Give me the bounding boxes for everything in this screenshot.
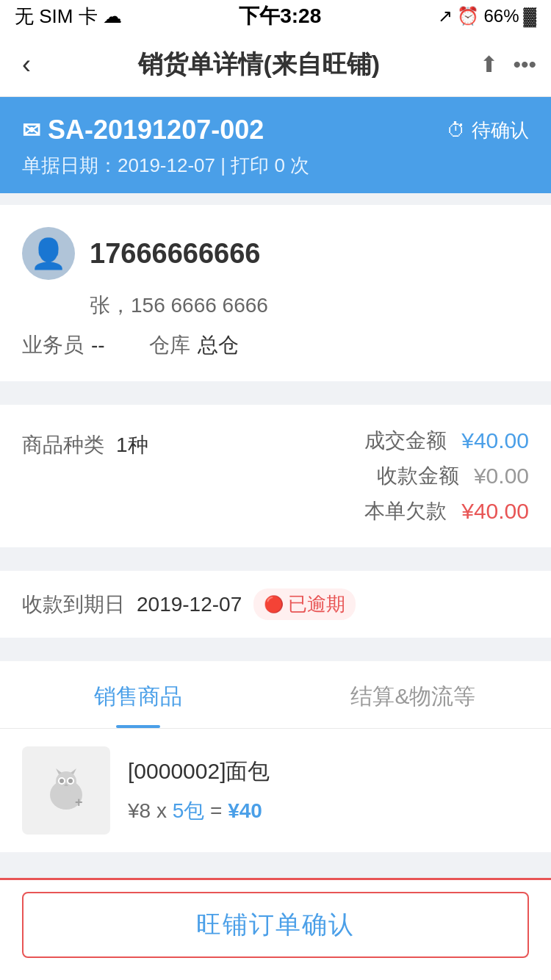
nav-actions: ⬆ ••• — [480, 51, 536, 77]
location-icon: ↗ — [438, 6, 453, 26]
status-clock-icon: ⏱ — [447, 119, 466, 142]
back-button[interactable]: ‹ — [15, 42, 38, 87]
divider-3 — [0, 638, 551, 649]
customer-section: 👤 17666666666 张，156 6666 6666 业务员 -- 仓库 … — [0, 205, 551, 381]
battery-level: 66% — [483, 6, 519, 26]
warehouse-item: 仓库 总仓 — [149, 331, 239, 359]
nav-bar: ‹ 销货单详情(来自旺铺) ⬆ ••• — [0, 32, 551, 97]
due-amount-row: 本单欠款 ¥40.00 — [364, 497, 529, 525]
avatar-icon: 👤 — [30, 237, 67, 271]
product-info: [0000002]面包 ¥8 x 5包 = ¥40 — [128, 757, 529, 825]
product-image: + — [22, 746, 110, 835]
goods-type-value: 1种 — [116, 431, 148, 459]
order-status: ⏱ 待确认 — [447, 118, 529, 143]
product-item: + [0000002]面包 ¥8 x 5包 = ¥40 — [0, 729, 551, 852]
goods-type-label: 商品种类 — [22, 431, 104, 459]
status-time: 下午3:28 — [239, 2, 321, 30]
due-amount-label: 本单欠款 — [364, 497, 447, 525]
due-date-section: 收款到期日 2019-12-07 🔴 已逾期 — [0, 571, 551, 638]
order-id: ✉ SA-20191207-002 — [22, 115, 264, 145]
receive-amount-label: 收款金额 — [377, 462, 459, 490]
svg-text:+: + — [75, 795, 83, 810]
overdue-text: 已逾期 — [288, 591, 345, 617]
battery-icon: ▓ — [524, 6, 537, 26]
svg-point-6 — [60, 779, 64, 783]
tab-sales-goods[interactable]: 销售商品 — [0, 661, 276, 728]
page-title: 销货单详情(来自旺铺) — [38, 48, 480, 82]
receive-amount-row: 收款金额 ¥0.00 — [377, 462, 529, 490]
status-right: ↗ ⏰ 66% ▓ — [438, 6, 536, 26]
more-icon[interactable]: ••• — [513, 52, 536, 77]
deal-amount-row: 成交金额 ¥40.00 — [364, 427, 529, 455]
share-icon[interactable]: ⬆ — [480, 51, 498, 77]
sim-status: 无 SIM 卡 ☁ — [15, 4, 122, 29]
order-header-card: ✉ SA-20191207-002 ⏱ 待确认 单据日期：2019-12-07 … — [0, 97, 551, 193]
deal-amount-value: ¥40.00 — [461, 428, 529, 453]
customer-name: 张，156 6666 6666 — [22, 292, 529, 320]
product-equals: = — [204, 799, 228, 822]
status-left: 无 SIM 卡 ☁ — [15, 4, 122, 29]
product-name: [0000002]面包 — [128, 757, 529, 787]
tabs-header: 销售商品 结算&物流等 — [0, 661, 551, 729]
svg-point-7 — [68, 779, 73, 783]
due-amount-value: ¥40.00 — [461, 499, 529, 524]
tabs-section: 销售商品 结算&物流等 + — [0, 661, 551, 852]
alarm-icon: ⏰ — [457, 6, 479, 26]
product-price-text: ¥8 x — [128, 799, 173, 822]
sales-rep-item: 业务员 -- — [22, 331, 105, 359]
product-quantity: 5包 — [173, 799, 205, 822]
goods-type: 商品种类 1种 — [22, 427, 148, 459]
amount-list: 成交金额 ¥40.00 收款金额 ¥0.00 本单欠款 ¥40.00 — [364, 427, 529, 525]
customer-phone: 17666666666 — [90, 238, 260, 270]
confirm-order-button[interactable]: 旺铺订单确认 — [22, 892, 529, 958]
bottom-bar: 旺铺订单确认 — [0, 878, 551, 980]
avatar: 👤 — [22, 227, 75, 280]
warehouse-label: 仓库 — [149, 331, 190, 359]
overdue-badge: 🔴 已逾期 — [253, 588, 356, 620]
overdue-icon: 🔴 — [264, 595, 284, 614]
due-date-label: 收款到期日 — [22, 591, 125, 619]
status-bar: 无 SIM 卡 ☁ 下午3:28 ↗ ⏰ 66% ▓ — [0, 0, 551, 32]
order-icon: ✉ — [22, 118, 40, 143]
product-total: ¥40 — [228, 799, 262, 822]
divider-2 — [0, 547, 551, 559]
due-date-value: 2019-12-07 — [137, 593, 242, 616]
tab-settlement[interactable]: 结算&物流等 — [276, 661, 551, 728]
divider-1 — [0, 381, 551, 393]
receive-amount-value: ¥0.00 — [474, 464, 529, 489]
product-image-owl: + — [37, 768, 96, 813]
sales-rep-value: -- — [91, 334, 105, 357]
product-price-row: ¥8 x 5包 = ¥40 — [128, 797, 529, 825]
deal-amount-label: 成交金额 — [364, 427, 447, 455]
customer-meta: 业务员 -- 仓库 总仓 — [22, 331, 529, 359]
amount-section: 商品种类 1种 成交金额 ¥40.00 收款金额 ¥0.00 本单欠款 ¥40.… — [0, 405, 551, 547]
warehouse-value: 总仓 — [198, 331, 239, 359]
sales-rep-label: 业务员 — [22, 331, 84, 359]
customer-row: 👤 17666666666 — [22, 227, 529, 280]
order-id-text: SA-20191207-002 — [48, 115, 264, 145]
order-date: 单据日期：2019-12-07 | 打印 0 次 — [22, 153, 529, 179]
status-text: 待确认 — [472, 118, 529, 143]
order-id-row: ✉ SA-20191207-002 ⏱ 待确认 — [22, 115, 529, 145]
